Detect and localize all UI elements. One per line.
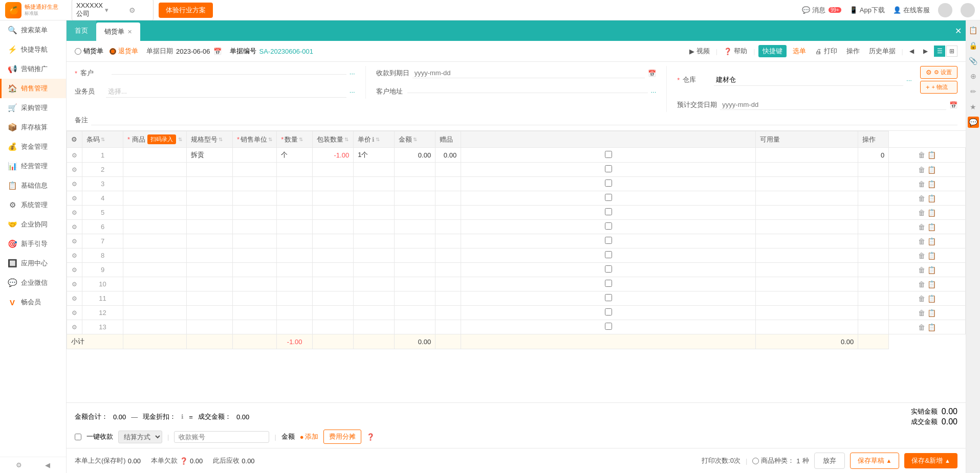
rp-btn-7[interactable]: 💬 <box>968 117 979 128</box>
gift-checkbox[interactable] <box>605 179 612 187</box>
gift-checkbox[interactable] <box>605 237 612 244</box>
row-unit[interactable] <box>277 263 313 277</box>
amount-sort-icon[interactable]: ⇅ <box>413 137 417 142</box>
row-pkg-qty[interactable] <box>354 206 395 220</box>
row-price[interactable] <box>395 163 435 177</box>
fee-btn[interactable]: 费用分摊 <box>323 430 361 444</box>
tab-close-all[interactable]: ✕ <box>955 26 966 36</box>
row-barcode[interactable] <box>123 148 187 163</box>
row-gift[interactable] <box>461 163 756 177</box>
row-amount[interactable] <box>435 291 461 306</box>
prev-btn[interactable]: ◀ <box>906 46 917 56</box>
row-barcode[interactable] <box>123 191 187 206</box>
tab-close-icon[interactable]: ✕ <box>127 29 132 35</box>
row-gear[interactable]: ⚙ <box>67 177 82 191</box>
delivery-date-input[interactable] <box>720 100 946 110</box>
row-amount[interactable] <box>435 263 461 277</box>
row-unit[interactable] <box>277 220 313 234</box>
row-gear[interactable]: ⚙ <box>67 320 82 334</box>
row-remark[interactable] <box>756 206 858 220</box>
delete-icon[interactable]: 🗑 <box>918 180 925 188</box>
row-price[interactable] <box>395 177 435 191</box>
row-unit[interactable] <box>277 191 313 206</box>
row-barcode[interactable] <box>123 277 187 291</box>
one-click-payment-checkbox[interactable] <box>75 434 81 440</box>
row-gift[interactable] <box>461 220 756 234</box>
row-gear[interactable]: ⚙ <box>67 306 82 320</box>
row-gift[interactable] <box>461 148 756 163</box>
online-service-btn[interactable]: 👤 在线客服 <box>893 6 930 15</box>
row-gift[interactable] <box>461 191 756 206</box>
message-btn[interactable]: 💬 消息 99+ <box>802 6 841 15</box>
logistics-btn[interactable]: + + 物流 <box>920 81 957 94</box>
sidebar-item-finance[interactable]: 💰 资金管理 <box>0 137 66 156</box>
price-info-icon[interactable]: ℹ <box>372 136 375 143</box>
row-gift[interactable] <box>461 206 756 220</box>
layout-list-btn[interactable]: ☰ <box>934 46 945 57</box>
row-price[interactable]: 0.00 <box>395 148 435 163</box>
rp-btn-6[interactable]: ★ <box>968 101 979 112</box>
gift-checkbox[interactable] <box>605 222 612 230</box>
sidebar-item-wecom[interactable]: 💬 企业微信 <box>0 273 66 292</box>
row-product[interactable] <box>187 277 233 291</box>
row-unit[interactable] <box>277 277 313 291</box>
row-unit[interactable] <box>277 177 313 191</box>
row-barcode[interactable] <box>123 320 187 334</box>
user-avatar[interactable] <box>938 3 952 17</box>
row-spec[interactable] <box>233 191 277 206</box>
row-price[interactable] <box>395 320 435 334</box>
row-qty[interactable] <box>313 177 354 191</box>
sidebar-item-marketing[interactable]: 📢 营销推广 <box>0 59 66 79</box>
row-spec[interactable] <box>233 177 277 191</box>
row-price[interactable] <box>395 306 435 320</box>
row-pkg-qty[interactable] <box>354 320 395 334</box>
row-amount[interactable] <box>435 163 461 177</box>
unit-sort-icon[interactable]: ⇅ <box>268 137 272 142</box>
row-amount[interactable] <box>435 177 461 191</box>
delete-icon[interactable]: 🗑 <box>918 266 925 274</box>
customer-input[interactable] <box>112 72 346 75</box>
delivery-cal-icon[interactable]: 📅 <box>949 101 957 109</box>
delete-icon[interactable]: 🗑 <box>918 323 925 331</box>
row-pkg-qty[interactable] <box>354 277 395 291</box>
row-gift[interactable] <box>461 277 756 291</box>
row-amount[interactable] <box>435 234 461 249</box>
row-product[interactable] <box>187 177 233 191</box>
warehouse-dots-icon[interactable]: ··· <box>906 76 912 84</box>
row-product[interactable] <box>187 320 233 334</box>
row-remark[interactable] <box>756 306 858 320</box>
row-spec[interactable] <box>233 291 277 306</box>
gift-checkbox[interactable] <box>605 294 612 301</box>
copy-icon[interactable]: 📋 <box>927 151 936 159</box>
copy-icon[interactable]: 📋 <box>927 209 936 217</box>
row-amount[interactable] <box>435 277 461 291</box>
rp-btn-5[interactable]: ✏ <box>968 86 979 97</box>
row-pkg-qty[interactable] <box>354 263 395 277</box>
row-qty[interactable] <box>313 234 354 249</box>
row-gift[interactable] <box>461 306 756 320</box>
row-gear[interactable]: ⚙ <box>67 191 82 206</box>
row-remark[interactable] <box>756 220 858 234</box>
radio-sale[interactable]: 销货单 <box>75 47 103 56</box>
col-gear-header[interactable]: ⚙ <box>67 131 82 148</box>
copy-icon[interactable]: 📋 <box>927 166 936 174</box>
row-product[interactable] <box>187 263 233 277</box>
gift-checkbox[interactable] <box>605 151 612 158</box>
copy-icon[interactable]: 📋 <box>927 237 936 245</box>
row-pkg-qty[interactable] <box>354 191 395 206</box>
row-spec[interactable] <box>233 277 277 291</box>
tab-home[interactable]: 首页 <box>67 20 96 41</box>
gift-checkbox[interactable] <box>605 323 612 330</box>
row-amount[interactable] <box>435 249 461 263</box>
row-price[interactable] <box>395 277 435 291</box>
print-btn[interactable]: 🖨 打印 <box>812 45 840 57</box>
sidebar-item-purchase[interactable]: 🛒 采购管理 <box>0 98 66 118</box>
sidebar-collapse-icon[interactable]: ◀ <box>45 461 50 469</box>
row-product[interactable] <box>187 306 233 320</box>
row-price[interactable] <box>395 206 435 220</box>
row-qty[interactable] <box>313 263 354 277</box>
row-gear[interactable]: ⚙ <box>67 220 82 234</box>
delete-icon[interactable]: 🗑 <box>918 166 925 174</box>
copy-icon[interactable]: 📋 <box>927 280 936 288</box>
sidebar-item-search[interactable]: 🔍 搜索菜单 <box>0 20 66 40</box>
